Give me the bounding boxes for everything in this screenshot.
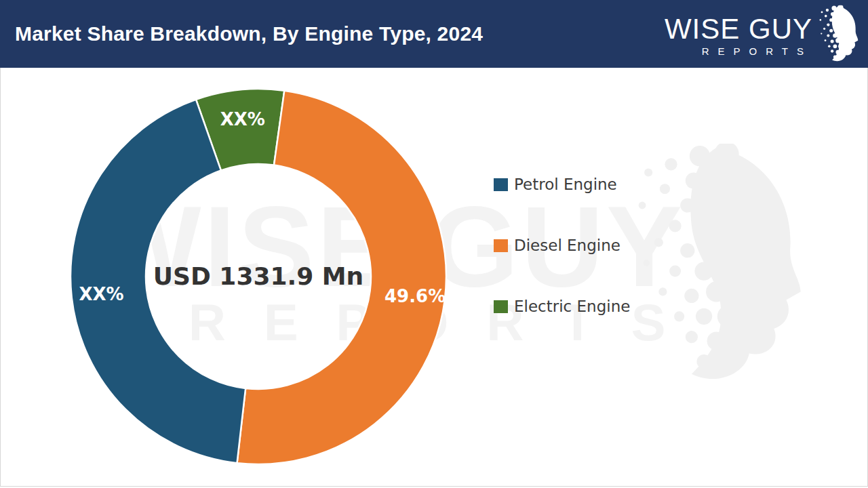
legend-swatch (494, 178, 508, 191)
legend-item-diesel-engine: Diesel Engine (494, 236, 620, 255)
legend-label: Diesel Engine (514, 237, 620, 254)
legend-label: Electric Engine (514, 298, 630, 315)
legend-item-electric-engine: Electric Engine (494, 297, 630, 316)
legend-swatch (494, 239, 508, 252)
dot-head-logo-icon (810, 4, 859, 65)
legend-item-petrol-engine: Petrol Engine (494, 175, 617, 194)
brand-logo: WISE GUY REPORTS (689, 3, 859, 65)
page-title: Market Share Breakdown, By Engine Type, … (15, 0, 483, 68)
brand-name: WISE GUY (665, 15, 812, 43)
header-bar: Market Share Breakdown, By Engine Type, … (0, 0, 868, 68)
legend-label: Petrol Engine (514, 176, 617, 193)
brand-subtitle: REPORTS (665, 45, 812, 57)
brand-logo-text: WISE GUY REPORTS (665, 15, 812, 57)
slice-percentage-label: XX% (220, 109, 265, 129)
donut-center-value: USD 1331.9 Mn (89, 260, 428, 293)
legend-swatch (494, 300, 508, 313)
donut-chart: XX%49.6%XX% (0, 0, 868, 488)
